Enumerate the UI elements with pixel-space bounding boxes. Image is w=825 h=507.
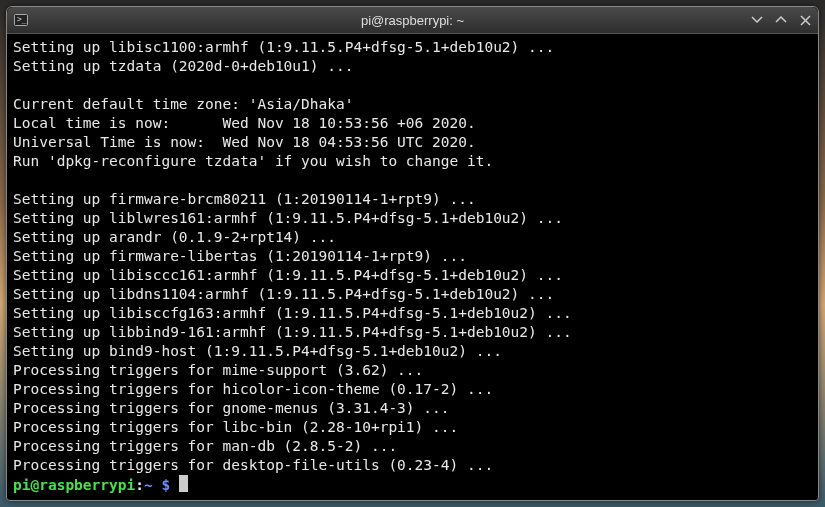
terminal-line: Processing triggers for man-db (2.8.5-2)… (13, 438, 397, 454)
prompt-symbol: $ (153, 477, 179, 493)
terminal-line: Local time is now: Wed Nov 18 10:53:56 +… (13, 115, 476, 131)
terminal-line: Setting up libbind9-161:armhf (1:9.11.5.… (13, 324, 572, 340)
terminal-line: Processing triggers for hicolor-icon-the… (13, 381, 493, 397)
terminal-line: Setting up tzdata (2020d-0+deb10u1) ... (13, 58, 353, 74)
cursor (179, 475, 188, 492)
prompt-separator: : (135, 477, 144, 493)
terminal-line: Run 'dpkg-reconfigure tzdata' if you wis… (13, 153, 493, 169)
terminal-line: Processing triggers for mime-support (3.… (13, 362, 423, 378)
close-button[interactable] (798, 13, 812, 27)
terminal-line: Processing triggers for desktop-file-uti… (13, 457, 493, 473)
prompt-user-host: pi@raspberrypi (13, 477, 135, 493)
prompt: pi@raspberrypi:~ $ (13, 477, 179, 493)
terminal-window: >_ pi@raspberrypi: ~ Setting up libisc11… (6, 6, 819, 501)
terminal-line: Setting up libisccfg163:armhf (1:9.11.5.… (13, 305, 572, 321)
svg-text:>_: >_ (17, 15, 27, 24)
terminal-line: Universal Time is now: Wed Nov 18 04:53:… (13, 134, 476, 150)
terminal-line: Setting up libisccc161:armhf (1:9.11.5.P… (13, 267, 563, 283)
terminal-line: Setting up firmware-brcm80211 (1:2019011… (13, 191, 476, 207)
terminal-line: Setting up libisc1100:armhf (1:9.11.5.P4… (13, 39, 554, 55)
titlebar[interactable]: >_ pi@raspberrypi: ~ (7, 7, 818, 34)
prompt-path: ~ (144, 477, 153, 493)
maximize-button[interactable] (774, 13, 788, 27)
window-title: pi@raspberrypi: ~ (7, 13, 818, 28)
terminal-line: Setting up firmware-libertas (1:20190114… (13, 248, 467, 264)
terminal-line: Setting up liblwres161:armhf (1:9.11.5.P… (13, 210, 563, 226)
terminal-output[interactable]: Setting up libisc1100:armhf (1:9.11.5.P4… (7, 34, 818, 500)
terminal-icon: >_ (13, 12, 29, 28)
terminal-line: Processing triggers for libc-bin (2.28-1… (13, 419, 458, 435)
terminal-line: Setting up bind9-host (1:9.11.5.P4+dfsg-… (13, 343, 502, 359)
minimize-button[interactable] (750, 13, 764, 27)
window-buttons (750, 7, 812, 33)
terminal-line: Current default time zone: 'Asia/Dhaka' (13, 96, 353, 112)
terminal-line: Setting up libdns1104:armhf (1:9.11.5.P4… (13, 286, 554, 302)
terminal-line: Setting up arandr (0.1.9-2+rpt14) ... (13, 229, 336, 245)
terminal-line: Processing triggers for gnome-menus (3.3… (13, 400, 450, 416)
